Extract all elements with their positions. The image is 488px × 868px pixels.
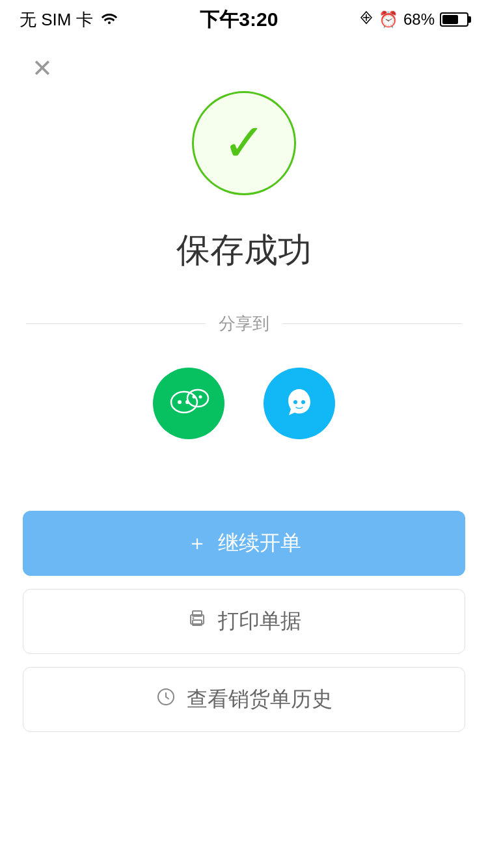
close-button[interactable]: ✕ bbox=[26, 52, 59, 85]
location-icon bbox=[359, 10, 373, 29]
close-icon: ✕ bbox=[32, 56, 53, 81]
svg-point-1 bbox=[187, 390, 208, 407]
print-label: 打印单据 bbox=[218, 607, 301, 636]
svg-point-0 bbox=[171, 392, 197, 413]
share-divider: 分享到 bbox=[0, 312, 488, 335]
plus-icon: ＋ bbox=[187, 529, 208, 558]
share-section: 分享到 bbox=[0, 312, 488, 478]
svg-point-11 bbox=[193, 617, 195, 619]
print-icon bbox=[187, 608, 208, 634]
checkmark-icon: ✓ bbox=[223, 117, 266, 169]
wifi-icon bbox=[100, 10, 119, 30]
wechat-icon bbox=[168, 383, 210, 425]
success-icon-circle: ✓ bbox=[192, 91, 296, 195]
carrier-text: 无 SIM 卡 bbox=[20, 8, 93, 31]
alarm-icon: ⏰ bbox=[379, 10, 398, 29]
history-label: 查看销货单历史 bbox=[187, 685, 332, 714]
battery-icon bbox=[440, 12, 468, 27]
continue-label: 继续开单 bbox=[218, 529, 301, 558]
qq-share-button[interactable] bbox=[264, 368, 335, 439]
history-icon bbox=[156, 686, 176, 712]
share-label: 分享到 bbox=[206, 312, 282, 335]
svg-point-7 bbox=[301, 400, 305, 404]
qq-icon bbox=[280, 384, 319, 423]
svg-point-5 bbox=[198, 395, 202, 398]
svg-point-6 bbox=[293, 400, 297, 404]
share-icons-row bbox=[0, 368, 488, 439]
divider-right bbox=[282, 323, 462, 324]
action-buttons: ＋ 继续开单 打印单据 查看销货单历史 bbox=[23, 511, 465, 732]
main-content: ✓ 保存成功 分享到 bbox=[0, 39, 488, 732]
divider-left bbox=[26, 323, 206, 324]
success-title: 保存成功 bbox=[176, 228, 312, 273]
continue-button[interactable]: ＋ 继续开单 bbox=[23, 511, 465, 576]
status-time: 下午3:20 bbox=[200, 7, 278, 33]
status-carrier: 无 SIM 卡 bbox=[20, 8, 119, 31]
battery-percentage: 68% bbox=[403, 10, 435, 29]
svg-point-4 bbox=[192, 395, 195, 398]
svg-point-3 bbox=[185, 400, 189, 404]
print-button[interactable]: 打印单据 bbox=[23, 589, 465, 654]
wechat-share-button[interactable] bbox=[153, 368, 224, 439]
status-bar: 无 SIM 卡 下午3:20 ⏰ 68% bbox=[0, 0, 488, 39]
svg-point-2 bbox=[178, 400, 182, 404]
status-indicators: ⏰ 68% bbox=[359, 10, 468, 29]
history-button[interactable]: 查看销货单历史 bbox=[23, 667, 465, 732]
